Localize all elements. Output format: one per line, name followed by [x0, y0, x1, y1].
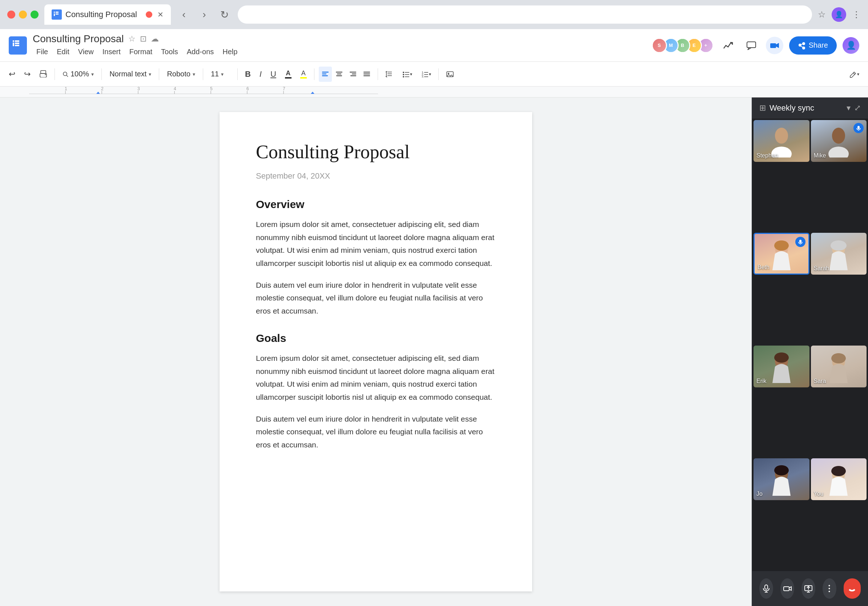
toolbar: ↩ ↪ 100% ▾ Normal text ▾ Roboto ▾ 11 ▾ B… [0, 62, 868, 87]
line-spacing-btn[interactable] [382, 67, 396, 82]
svg-line-52 [853, 73, 855, 75]
svg-rect-14 [41, 71, 46, 73]
tab-close-dot [146, 11, 152, 18]
doc-area[interactable]: Consulting Proposal September 04, 20XX O… [0, 98, 752, 606]
menu-addons[interactable]: Add-ons [183, 46, 218, 57]
svg-rect-90 [765, 585, 768, 589]
panel-layout-btn[interactable]: ⊞ [760, 103, 766, 113]
zoom-value: 100% [71, 70, 89, 78]
font-family-dropdown[interactable]: Roboto ▾ [164, 67, 198, 82]
svg-point-17 [45, 74, 46, 75]
svg-point-77 [774, 241, 789, 251]
forward-btn[interactable]: › [197, 7, 212, 22]
browser-dot-yellow[interactable] [19, 11, 27, 19]
sep1 [54, 68, 55, 80]
more-ctrl-btn[interactable] [823, 578, 836, 599]
bullets-btn[interactable]: ▾ [399, 67, 415, 82]
svg-point-85 [831, 353, 846, 364]
svg-rect-22 [322, 75, 328, 76]
svg-point-51 [448, 73, 449, 74]
screenshare-ctrl-btn[interactable] [801, 578, 815, 599]
svg-rect-5 [13, 43, 14, 46]
svg-rect-26 [350, 71, 356, 73]
panel-chevron-btn[interactable]: ▾ [846, 103, 851, 113]
bold-btn[interactable]: B [242, 67, 254, 82]
menu-view[interactable]: View [74, 46, 98, 57]
edit-mode-btn[interactable]: ▾ [846, 67, 862, 82]
align-buttons [319, 67, 373, 82]
print-btn[interactable] [36, 67, 50, 82]
sep5 [237, 68, 238, 80]
overview-section: Overview Lorem ipsum dolor sit amet, con… [256, 198, 496, 317]
share-button[interactable]: Share [789, 36, 837, 54]
font-size-dropdown[interactable]: 11 ▾ [208, 67, 233, 82]
sep3 [159, 68, 159, 80]
browser-tab[interactable]: Consulting Proposal ✕ [44, 5, 171, 25]
overview-para-1: Lorem ipsum dolor sit amet, consectetuer… [256, 218, 496, 270]
folder-icon[interactable]: ⊡ [140, 34, 146, 44]
svg-rect-0 [54, 12, 55, 13]
mic-ctrl-btn[interactable] [760, 578, 773, 599]
menu-format[interactable]: Format [126, 46, 156, 57]
browser-dot-red[interactable] [7, 11, 15, 19]
svg-point-40 [403, 74, 404, 75]
cloud-icon[interactable]: ☁ [151, 34, 159, 44]
end-call-btn[interactable] [844, 578, 861, 599]
svg-marker-69 [311, 92, 315, 94]
align-center-btn[interactable] [333, 67, 346, 82]
redo-btn[interactable]: ↪ [21, 67, 33, 82]
video-name-sara: Sara [814, 378, 826, 384]
italic-btn[interactable]: I [257, 67, 265, 82]
star-icon[interactable]: ☆ [128, 34, 136, 44]
video-tile-stephen: Stephen [753, 120, 809, 162]
menu-edit[interactable]: Edit [53, 46, 73, 57]
back-btn[interactable]: ‹ [177, 7, 191, 22]
svg-rect-30 [363, 73, 370, 75]
text-color-btn[interactable]: A [282, 67, 294, 82]
align-left-btn[interactable] [319, 67, 332, 82]
svg-rect-25 [336, 75, 342, 76]
tab-close-btn[interactable]: ✕ [157, 10, 164, 19]
refresh-btn[interactable]: ↻ [217, 7, 232, 22]
address-bar[interactable] [238, 5, 812, 24]
browser-actions: ☆ 👤 ⋮ [818, 7, 861, 22]
svg-point-38 [403, 71, 404, 73]
menu-tools[interactable]: Tools [157, 46, 182, 57]
browser-dots [7, 11, 39, 19]
svg-text:7: 7 [283, 87, 285, 91]
browser-dot-green[interactable] [31, 11, 39, 19]
zoom-dropdown[interactable]: 100% ▾ [59, 67, 97, 82]
menu-insert[interactable]: Insert [99, 46, 124, 57]
svg-rect-28 [350, 75, 356, 76]
paragraph-style-dropdown[interactable]: Normal text ▾ [106, 67, 155, 82]
camera-ctrl-btn[interactable] [780, 578, 794, 599]
doc-page: Consulting Proposal September 04, 20XX O… [220, 112, 532, 592]
user-avatar[interactable]: 👤 [843, 37, 859, 54]
video-tile-beth: Beth [753, 233, 809, 275]
chat-icon-btn[interactable] [742, 37, 760, 54]
svg-rect-10 [770, 43, 776, 48]
user-profile-btn[interactable]: 👤 [832, 7, 846, 22]
insert-image-btn[interactable] [443, 67, 457, 82]
align-right-btn[interactable] [346, 67, 360, 82]
trending-icon-btn[interactable] [719, 37, 737, 54]
svg-line-13 [800, 46, 803, 47]
meet-icon-btn[interactable] [766, 37, 783, 54]
panel-expand-btn[interactable]: ⤢ [854, 103, 861, 113]
undo-btn[interactable]: ↩ [6, 67, 18, 82]
numbered-list-btn[interactable]: 1.2.3. ▾ [418, 67, 434, 82]
bookmark-btn[interactable]: ☆ [818, 9, 826, 20]
chrome-menu-btn[interactable]: ⋮ [852, 9, 861, 20]
side-panel-header: ⊞ Weekly sync ▾ ⤢ [752, 98, 868, 118]
menu-help[interactable]: Help [219, 46, 241, 57]
video-name-stephen: Stephen [756, 152, 778, 159]
svg-rect-1 [54, 14, 55, 16]
underline-btn[interactable]: U [268, 67, 279, 82]
svg-rect-29 [363, 71, 370, 73]
highlight-btn[interactable]: A [297, 67, 310, 82]
ruler: 1 2 3 4 5 6 7 [0, 87, 868, 98]
menu-file[interactable]: File [33, 46, 52, 57]
svg-point-42 [403, 76, 404, 78]
align-justify-btn[interactable] [360, 67, 373, 82]
svg-text:4: 4 [174, 87, 176, 91]
